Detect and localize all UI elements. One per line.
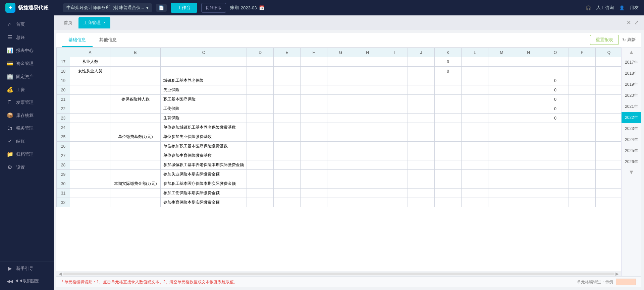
cell-Q-20[interactable] bbox=[596, 85, 622, 95]
cell-L-24[interactable] bbox=[462, 123, 488, 132]
cell-F-26[interactable] bbox=[301, 142, 327, 151]
cell-H-17[interactable] bbox=[354, 57, 381, 67]
cell-L-18[interactable] bbox=[462, 67, 488, 76]
cell-Q-32[interactable] bbox=[596, 198, 622, 207]
cell-O-18[interactable] bbox=[542, 67, 569, 76]
cell-A-28[interactable] bbox=[70, 160, 110, 170]
cell-H-31[interactable] bbox=[354, 189, 381, 198]
cell-E-23[interactable] bbox=[274, 114, 301, 123]
cell-I-21[interactable] bbox=[381, 95, 408, 104]
cell-C-22[interactable]: 工伤保险 bbox=[161, 104, 247, 114]
cell-J-30[interactable] bbox=[408, 179, 435, 189]
year-item-2019[interactable]: 2019年 bbox=[622, 79, 641, 90]
year-scroll-down[interactable]: ▼ bbox=[626, 167, 638, 177]
cell-B-23[interactable] bbox=[110, 114, 161, 123]
cell-E-25[interactable] bbox=[274, 132, 301, 142]
cell-G-17[interactable] bbox=[327, 57, 354, 67]
cell-G-19[interactable] bbox=[327, 76, 354, 85]
cell-H-20[interactable] bbox=[354, 85, 381, 95]
cell-I-24[interactable] bbox=[381, 123, 408, 132]
cell-N-31[interactable] bbox=[515, 189, 542, 198]
cell-D-26[interactable] bbox=[247, 142, 274, 151]
sidebar-item-fund[interactable]: 💳 资金管理 bbox=[0, 57, 54, 70]
sidebar-item-salary[interactable]: 💰 工资 bbox=[0, 83, 54, 96]
cell-M-18[interactable] bbox=[488, 67, 515, 76]
cell-F-21[interactable] bbox=[301, 95, 327, 104]
sidebar-item-inventory[interactable]: 📦 库存核算 bbox=[0, 109, 54, 122]
cell-O-30[interactable] bbox=[542, 179, 569, 189]
old-version-button[interactable]: 切到旧版 bbox=[201, 3, 226, 13]
cell-C-18[interactable] bbox=[161, 67, 247, 76]
cell-C-19[interactable]: 城镇职工基本养老保险 bbox=[161, 76, 247, 85]
tab-close-icon[interactable]: × bbox=[103, 20, 106, 25]
cell-O-17[interactable] bbox=[542, 57, 569, 67]
cell-M-24[interactable] bbox=[488, 123, 515, 132]
scroll-left-btn[interactable]: ◀ bbox=[58, 271, 63, 276]
cell-F-23[interactable] bbox=[301, 114, 327, 123]
cell-H-18[interactable] bbox=[354, 67, 381, 76]
cell-F-31[interactable] bbox=[301, 189, 327, 198]
cell-D-31[interactable] bbox=[247, 189, 274, 198]
cell-E-31[interactable] bbox=[274, 189, 301, 198]
cell-J-22[interactable] bbox=[408, 104, 435, 114]
cell-H-19[interactable] bbox=[354, 76, 381, 85]
cell-E-21[interactable] bbox=[274, 95, 301, 104]
cell-D-20[interactable] bbox=[247, 85, 274, 95]
cell-F-20[interactable] bbox=[301, 85, 327, 95]
sidebar-item-archive[interactable]: 📁 归档管理 bbox=[0, 148, 54, 161]
cell-E-19[interactable] bbox=[274, 76, 301, 85]
cell-Q-18[interactable] bbox=[596, 67, 622, 76]
cell-D-27[interactable] bbox=[247, 151, 274, 160]
cell-D-17[interactable] bbox=[247, 57, 274, 67]
cell-E-32[interactable] bbox=[274, 198, 301, 207]
cell-K-30[interactable] bbox=[435, 179, 462, 189]
cell-N-19[interactable] bbox=[515, 76, 542, 85]
cell-K-28[interactable] bbox=[435, 160, 462, 170]
cell-I-19[interactable] bbox=[381, 76, 408, 85]
cell-I-31[interactable] bbox=[381, 189, 408, 198]
cell-F-18[interactable] bbox=[301, 67, 327, 76]
cell-P-32[interactable] bbox=[569, 198, 596, 207]
cell-F-28[interactable] bbox=[301, 160, 327, 170]
year-item-2020[interactable]: 2020年 bbox=[622, 90, 641, 101]
cell-G-20[interactable] bbox=[327, 85, 354, 95]
cell-B-17[interactable] bbox=[110, 57, 161, 67]
cell-D-29[interactable] bbox=[247, 170, 274, 179]
cell-O-31[interactable] bbox=[542, 189, 569, 198]
cell-L-29[interactable] bbox=[462, 170, 488, 179]
cell-F-29[interactable] bbox=[301, 170, 327, 179]
cell-N-32[interactable] bbox=[515, 198, 542, 207]
cell-P-28[interactable] bbox=[569, 160, 596, 170]
cell-A-32[interactable] bbox=[70, 198, 110, 207]
cell-B-19[interactable] bbox=[110, 76, 161, 85]
cell-B-20[interactable] bbox=[110, 85, 161, 95]
cell-B-21[interactable]: 参保各险种人数 bbox=[110, 95, 161, 104]
cell-L-31[interactable] bbox=[462, 189, 488, 198]
cell-O-23[interactable]: 0 bbox=[542, 114, 569, 123]
tab-home[interactable]: 首页 bbox=[59, 17, 77, 28]
cell-A-17[interactable]: 从业人数 bbox=[70, 57, 110, 67]
cell-L-30[interactable] bbox=[462, 179, 488, 189]
cell-G-28[interactable] bbox=[327, 160, 354, 170]
cell-A-26[interactable] bbox=[70, 142, 110, 151]
tab-industrial[interactable]: 工商管理 × bbox=[78, 17, 110, 28]
cell-M-31[interactable] bbox=[488, 189, 515, 198]
cell-A-19[interactable] bbox=[70, 76, 110, 85]
year-item-2021[interactable]: 2021年 bbox=[622, 101, 641, 112]
cell-I-25[interactable] bbox=[381, 132, 408, 142]
cell-L-26[interactable] bbox=[462, 142, 488, 151]
cell-E-27[interactable] bbox=[274, 151, 301, 160]
cell-Q-27[interactable] bbox=[596, 151, 622, 160]
cell-G-30[interactable] bbox=[327, 179, 354, 189]
cell-O-28[interactable] bbox=[542, 160, 569, 170]
cell-A-24[interactable] bbox=[70, 123, 110, 132]
cell-A-18[interactable]: 女性从业人员 bbox=[70, 67, 110, 76]
cell-M-20[interactable] bbox=[488, 85, 515, 95]
cell-M-29[interactable] bbox=[488, 170, 515, 179]
tab-basic-info[interactable]: 基础信息 bbox=[62, 33, 93, 47]
cell-B-32[interactable] bbox=[110, 198, 161, 207]
cell-M-17[interactable] bbox=[488, 57, 515, 67]
year-item-2022[interactable]: 2022年 bbox=[622, 112, 641, 123]
cell-L-22[interactable] bbox=[462, 104, 488, 114]
cell-F-17[interactable] bbox=[301, 57, 327, 67]
